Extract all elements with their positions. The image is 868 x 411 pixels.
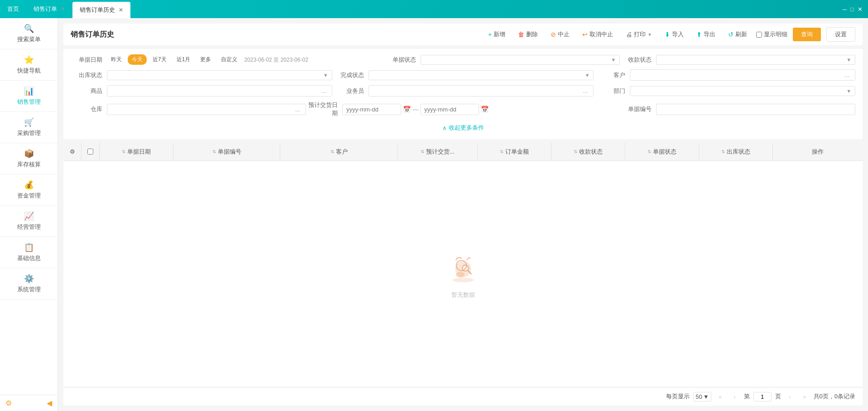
th-docno[interactable]: ⇅ 单据编号 (173, 143, 280, 160)
th-date[interactable]: ⇅ 单据日期 (100, 143, 173, 160)
th-doc-status[interactable]: ⇅ 单据状态 (625, 143, 699, 160)
first-page-button[interactable]: « (715, 391, 726, 402)
warehouse-ellipsis-icon[interactable]: ... (293, 106, 302, 113)
th-pay-status[interactable]: ⇅ 收款状态 (551, 143, 625, 160)
chart-icon: 📊 (24, 86, 34, 96)
page-size-select[interactable]: 50 ▼ (693, 392, 711, 401)
calendar-end-icon[interactable]: 📅 (481, 106, 489, 113)
show-details-checkbox[interactable]: 显示明细 (756, 30, 787, 39)
filter-pay-status: 收款状态 ▼ (620, 55, 855, 65)
th-doc-status-label: 单据状态 (653, 148, 676, 156)
table-area: ⚙ ⇅ 单据日期 ⇅ 单据编号 ⇅ 客户 (63, 143, 863, 406)
window-minimize[interactable]: ─ (843, 6, 847, 13)
th-customer[interactable]: ⇅ 客户 (280, 143, 398, 160)
sidebar-item-search[interactable]: 🔍 搜索菜单 (0, 18, 58, 49)
stop-button-label: 中止 (558, 30, 570, 39)
current-page-input[interactable] (753, 392, 772, 401)
sidebar-item-purchase-label: 采购管理 (17, 129, 41, 137)
window-close[interactable]: ✕ (858, 6, 863, 13)
sidebar-item-sales[interactable]: 📊 销售管理 (0, 81, 58, 112)
print-button[interactable]: 🖨 打印 ▼ (622, 29, 656, 40)
pay-status-select[interactable]: ▼ (656, 55, 855, 65)
search-icon: 🔍 (24, 24, 34, 34)
date-1month[interactable]: 近1月 (173, 54, 195, 65)
money-icon: 💰 (24, 180, 34, 190)
filter-delivery-date: 预计交货日期 📅 — 📅 (306, 101, 620, 117)
page-word: 页 (775, 392, 781, 401)
warehouse-input[interactable] (111, 106, 293, 113)
prev-page-button[interactable]: ‹ (729, 391, 740, 402)
th-ship-status[interactable]: ⇅ 出库状态 (699, 143, 773, 160)
tab-sales-order[interactable]: 销售订单 ✕ (26, 0, 72, 18)
customer-input[interactable] (634, 72, 843, 78)
tab-sales-order-close[interactable]: ✕ (61, 6, 65, 12)
table-body: 暂无数据 (63, 161, 863, 387)
sidebar-item-operation[interactable]: 📈 经营管理 (0, 206, 58, 237)
export-button[interactable]: ⬆ 导出 (693, 29, 719, 40)
th-checkbox[interactable] (82, 143, 100, 160)
refresh-button[interactable]: ↺ 刷新 (724, 29, 751, 40)
salesperson-input[interactable] (373, 87, 581, 94)
stop-button[interactable]: ⊘ 中止 (547, 29, 573, 40)
sort-doc-status-icon: ⇅ (647, 149, 651, 154)
customer-ellipsis-icon[interactable]: ... (843, 72, 851, 78)
svg-point-6 (456, 271, 465, 277)
chevron-up-icon: ∧ (442, 125, 447, 131)
tab-home[interactable]: 首页 (0, 0, 26, 18)
department-label: 部门 (594, 87, 630, 95)
th-pay-status-label: 收款状态 (579, 148, 603, 156)
sidebar-settings-icon[interactable]: ⚙ (5, 399, 12, 407)
date-7days[interactable]: 近7天 (149, 54, 171, 65)
salesperson-ellipsis-icon[interactable]: ... (581, 87, 590, 94)
query-button[interactable]: 查询 (793, 28, 821, 41)
tab-sales-order-history-close[interactable]: ✕ (119, 7, 123, 13)
th-action-label: 操作 (812, 148, 824, 156)
sidebar-item-finance[interactable]: 💰 资金管理 (0, 174, 58, 206)
goods-ellipsis-icon[interactable]: ... (320, 87, 328, 94)
ship-status-select[interactable]: ▼ (107, 70, 332, 80)
delivery-date-end[interactable] (420, 104, 479, 115)
window-maximize[interactable]: □ (850, 6, 854, 13)
collapse-button[interactable]: ∧ 收起更多条件 (71, 122, 855, 134)
import-icon: ⬇ (665, 31, 670, 38)
show-details-input[interactable] (756, 32, 762, 38)
th-date-label: 单据日期 (127, 148, 151, 156)
new-button[interactable]: + 新增 (484, 29, 509, 40)
sidebar-item-system[interactable]: ⚙️ 系统管理 (0, 268, 58, 300)
sidebar-item-quick-nav[interactable]: ⭐ 快捷导航 (0, 49, 58, 81)
goods-input[interactable] (111, 87, 320, 94)
sidebar-item-basic[interactable]: 📋 基础信息 (0, 237, 58, 268)
th-delivery[interactable]: ⇅ 预计交货... (398, 143, 477, 160)
date-today[interactable]: 今天 (128, 54, 147, 65)
sidebar-item-inventory[interactable]: 📦 库存核算 (0, 143, 58, 174)
sidebar-item-purchase[interactable]: 🛒 采购管理 (0, 112, 58, 143)
ship-status-label: 出库状态 (71, 71, 107, 79)
delete-button[interactable]: 🗑 删除 (514, 29, 542, 40)
th-amount-label: 订单金额 (505, 148, 529, 156)
sidebar-collapse-icon[interactable]: ◀ (47, 399, 52, 407)
total-label: 共0页，0条记录 (814, 392, 855, 401)
sidebar-item-sales-label: 销售管理 (17, 98, 41, 106)
cancel-stop-button[interactable]: ↩ 取消中止 (579, 29, 617, 40)
plus-icon: + (488, 31, 492, 38)
th-amount[interactable]: ⇅ 订单金额 (478, 143, 551, 160)
doc-status-select[interactable]: ▼ (421, 55, 620, 65)
tab-sales-order-history[interactable]: 销售订单历史 ✕ (72, 2, 130, 18)
next-page-button[interactable]: › (785, 391, 796, 402)
department-select[interactable]: ▼ (630, 86, 855, 96)
th-settings[interactable]: ⚙ (63, 143, 82, 160)
doc-no-input[interactable] (660, 106, 851, 113)
sidebar-item-finance-label: 资金管理 (17, 192, 41, 200)
import-button[interactable]: ⬇ 导入 (661, 29, 687, 40)
date-custom[interactable]: 自定义 (217, 54, 241, 65)
sidebar-bottom: ⚙ ◀ (0, 395, 58, 411)
ship-status-arrow-icon: ▼ (323, 73, 328, 78)
date-more[interactable]: 更多 (196, 54, 215, 65)
select-all-checkbox[interactable] (87, 149, 93, 155)
settings-button[interactable]: 设置 (826, 27, 855, 42)
complete-status-select[interactable]: ▼ (369, 70, 594, 80)
calendar-start-icon[interactable]: 📅 (403, 106, 411, 113)
date-yesterday[interactable]: 昨天 (107, 54, 126, 65)
last-page-button[interactable]: » (799, 391, 810, 402)
delivery-date-start[interactable] (342, 104, 401, 115)
